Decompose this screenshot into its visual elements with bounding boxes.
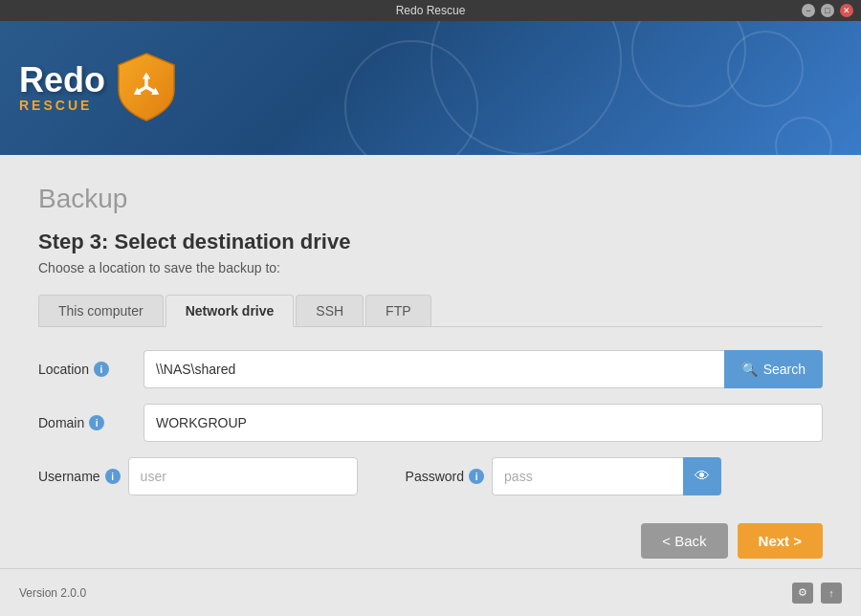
domain-info-icon[interactable]: i [89, 415, 104, 430]
tab-this-computer[interactable]: This computer [38, 295, 164, 326]
bottom-bar: Version 2.0.0 ⚙ ↑ [0, 568, 861, 616]
password-group: Password i 👁 [406, 457, 721, 495]
info-bottom-icon[interactable]: ↑ [821, 583, 842, 604]
bottom-icons: ⚙ ↑ [792, 583, 842, 604]
tab-network-drive[interactable]: Network drive [166, 295, 295, 327]
version-text: Version 2.0.0 [19, 586, 86, 600]
logo-shield-icon [113, 50, 180, 126]
window-title: Redo Rescue [396, 4, 466, 17]
password-input[interactable] [492, 457, 683, 495]
password-label: Password i [406, 469, 484, 484]
domain-label: Domain i [38, 415, 144, 430]
location-info-icon[interactable]: i [94, 362, 109, 377]
toggle-password-button[interactable]: 👁 [683, 457, 721, 495]
logo-rescue: RESCUE [19, 98, 105, 113]
step-subtitle: Choose a location to save the backup to: [38, 260, 823, 275]
logo: Redo RESCUE [19, 50, 180, 126]
destination-tabs: This computer Network drive SSH FTP [38, 295, 823, 327]
location-label: Location i [38, 362, 144, 377]
window-controls: − □ ✕ [802, 4, 853, 17]
eye-icon: 👁 [695, 468, 710, 485]
credentials-row: Username i Password i 👁 [38, 457, 823, 495]
password-wrap: 👁 [492, 457, 721, 495]
username-group: Username i [38, 457, 358, 495]
password-info-icon[interactable]: i [469, 469, 484, 484]
tab-ftp[interactable]: FTP [365, 295, 430, 326]
maximize-button[interactable]: □ [821, 4, 834, 17]
minimize-button[interactable]: − [802, 4, 815, 17]
location-row: Location i 🔍 Search [38, 350, 823, 388]
username-info-icon[interactable]: i [105, 469, 121, 484]
header-banner: Redo RESCUE [0, 21, 861, 155]
page-title: Backup [38, 184, 823, 214]
back-button[interactable]: < Back [641, 523, 727, 559]
location-input[interactable] [144, 350, 724, 388]
username-label: Username i [38, 469, 121, 484]
domain-row: Domain i [38, 404, 823, 442]
settings-icon[interactable]: ⚙ [792, 583, 813, 604]
title-bar: Redo Rescue − □ ✕ [0, 0, 861, 21]
next-button[interactable]: Next > [738, 523, 823, 559]
search-button[interactable]: 🔍 Search [724, 350, 823, 388]
username-input[interactable] [128, 457, 358, 495]
location-input-wrap: 🔍 Search [144, 350, 823, 388]
close-button[interactable]: ✕ [840, 4, 853, 17]
domain-input[interactable] [144, 404, 823, 442]
logo-redo: Redo [19, 63, 105, 98]
tab-ssh[interactable]: SSH [296, 295, 364, 326]
nav-buttons: < Back Next > [641, 523, 823, 559]
search-icon: 🔍 [741, 362, 758, 377]
step-title: Step 3: Select destination drive [38, 230, 823, 254]
logo-text: Redo RESCUE [19, 63, 105, 113]
